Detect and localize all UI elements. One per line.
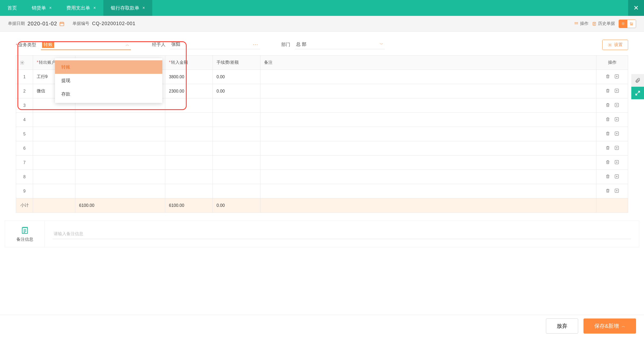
cell-fee[interactable] [213, 141, 260, 156]
table-row[interactable]: 6 [16, 141, 628, 156]
add-row-icon[interactable] [614, 160, 619, 165]
table-row[interactable]: 7 [16, 156, 628, 170]
more-icon[interactable]: ⋯ [253, 41, 259, 48]
save-and-new-button[interactable]: 保存&新增 ︿ [583, 318, 636, 334]
history-button[interactable]: 历史单据 [592, 21, 615, 26]
table-row[interactable]: 9 [16, 184, 628, 198]
tabbar-close-button[interactable]: ✕ [628, 0, 644, 16]
cell-in-amount[interactable] [165, 113, 213, 127]
cell-out-account[interactable] [33, 170, 75, 184]
cell-remark[interactable] [260, 84, 596, 98]
cell-out-amount[interactable] [75, 156, 165, 170]
delete-row-icon[interactable] [605, 117, 610, 122]
cell-actions [596, 184, 628, 198]
view-form-button[interactable] [627, 20, 636, 28]
expand-button[interactable] [631, 87, 644, 99]
remarks-label: 备注信息 [16, 237, 33, 242]
cell-out-account[interactable] [33, 113, 75, 127]
delete-row-icon[interactable] [605, 103, 610, 107]
cell-fee[interactable] [213, 127, 260, 141]
close-icon[interactable]: × [142, 6, 145, 10]
cell-in-amount[interactable] [165, 184, 213, 198]
cell-fee[interactable] [213, 156, 260, 170]
cell-actions [596, 113, 628, 127]
cell-out-account[interactable] [33, 184, 75, 198]
remarks-input[interactable] [53, 229, 631, 239]
ops-button[interactable]: 操作 [574, 21, 588, 26]
delete-row-icon[interactable] [605, 131, 610, 136]
tab-sales[interactable]: 销货单× [24, 0, 59, 16]
cell-out-account[interactable] [33, 127, 75, 141]
dept-label: 部门 [281, 42, 290, 48]
cell-out-amount[interactable] [75, 141, 165, 156]
delete-row-icon[interactable] [605, 160, 610, 165]
cell-in-amount[interactable]: 2300.00 [165, 84, 213, 98]
cell-in-amount[interactable] [165, 98, 213, 113]
dept-select[interactable]: 总 部 ﹀ [295, 40, 385, 49]
add-row-icon[interactable] [614, 103, 619, 107]
cell-fee[interactable] [213, 98, 260, 113]
add-row-icon[interactable] [614, 174, 619, 179]
cell-remark[interactable] [260, 141, 596, 156]
cell-in-amount[interactable]: 3800.00 [165, 70, 213, 84]
doc-no-label: 单据编号 [72, 21, 89, 26]
tab-bank-transfer[interactable]: 银行存取款单× [103, 0, 152, 16]
calendar-icon[interactable] [59, 21, 65, 26]
cell-out-account[interactable] [33, 156, 75, 170]
delete-row-icon[interactable] [605, 88, 610, 93]
delete-row-icon[interactable] [605, 74, 610, 79]
table-row[interactable]: 8 [16, 170, 628, 184]
settings-button[interactable]: 设置 [602, 40, 628, 50]
row-index: 1 [16, 70, 33, 84]
cell-fee[interactable] [213, 170, 260, 184]
cell-fee[interactable] [213, 184, 260, 198]
table-row[interactable]: 5 [16, 127, 628, 141]
dropdown-option-transfer[interactable]: 转账 [55, 60, 162, 74]
cell-remark[interactable] [260, 98, 596, 113]
add-row-icon[interactable] [614, 188, 619, 193]
table-row[interactable]: 4 [16, 113, 628, 127]
business-type-select[interactable]: 转账 ︿ [41, 40, 131, 50]
cell-fee[interactable]: 0.00 [213, 84, 260, 98]
close-icon[interactable]: × [93, 6, 96, 10]
doc-date-value[interactable]: 2020-01-02 [27, 21, 57, 27]
cell-in-amount[interactable] [165, 156, 213, 170]
cell-remark[interactable] [260, 156, 596, 170]
add-row-icon[interactable] [614, 117, 619, 122]
handler-input[interactable]: 张阳 ⋯ [170, 40, 260, 49]
cell-fee[interactable] [213, 113, 260, 127]
tab-home[interactable]: 首页 [0, 0, 24, 16]
add-row-icon[interactable] [614, 74, 619, 79]
delete-row-icon[interactable] [605, 145, 610, 150]
cell-in-amount[interactable] [165, 170, 213, 184]
cell-in-amount[interactable] [165, 141, 213, 156]
cell-out-amount[interactable] [75, 170, 165, 184]
dropdown-option-deposit[interactable]: 存款 [55, 87, 162, 101]
attachment-button[interactable] [631, 74, 644, 87]
column-gear[interactable] [16, 56, 33, 70]
add-row-icon[interactable] [614, 131, 619, 136]
cell-fee[interactable]: 0.00 [213, 70, 260, 84]
cell-remark[interactable] [260, 184, 596, 198]
cell-remark[interactable] [260, 113, 596, 127]
cell-out-amount[interactable] [75, 127, 165, 141]
cell-out-account[interactable] [33, 141, 75, 156]
svg-point-10 [22, 62, 23, 63]
doc-date-label: 单据日期 [8, 21, 25, 26]
delete-row-icon[interactable] [605, 188, 610, 193]
cell-in-amount[interactable] [165, 127, 213, 141]
add-row-icon[interactable] [614, 145, 619, 150]
cell-out-amount[interactable] [75, 113, 165, 127]
subtotal-out-amt: 6100.00 [75, 198, 165, 213]
dropdown-option-withdraw[interactable]: 提现 [55, 74, 162, 87]
discard-button[interactable]: 放弃 [546, 318, 578, 334]
cell-remark[interactable] [260, 127, 596, 141]
cell-remark[interactable] [260, 170, 596, 184]
cell-out-amount[interactable] [75, 184, 165, 198]
add-row-icon[interactable] [614, 88, 619, 93]
view-list-button[interactable] [619, 20, 627, 28]
close-icon[interactable]: × [49, 6, 52, 10]
delete-row-icon[interactable] [605, 174, 610, 179]
tab-expense[interactable]: 费用支出单× [59, 0, 103, 16]
cell-remark[interactable] [260, 70, 596, 84]
